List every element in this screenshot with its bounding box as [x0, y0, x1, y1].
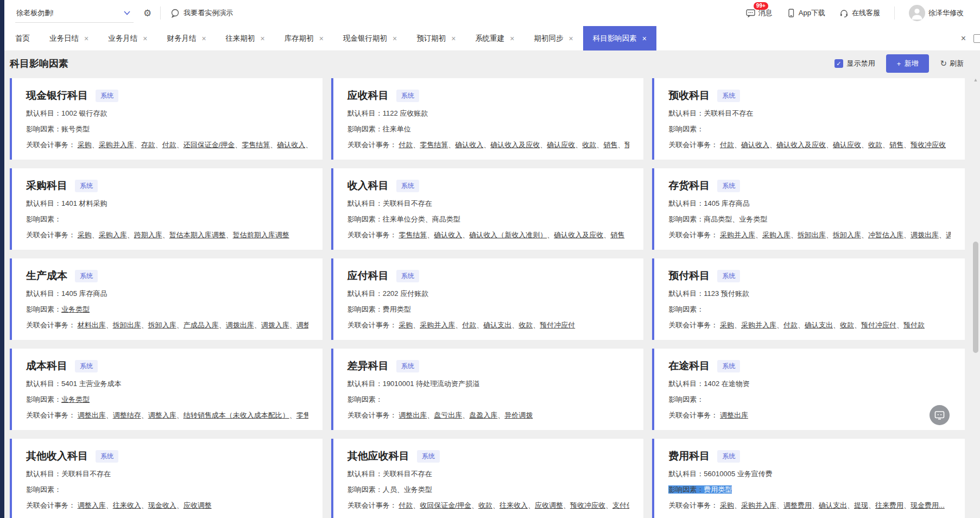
transaction-link[interactable]: 零售结算	[242, 141, 270, 149]
transaction-link[interactable]: 采购并入库	[720, 231, 755, 239]
tab-close-icon[interactable]: ×	[261, 35, 265, 42]
refresh-button[interactable]: ↻ 刷新	[940, 59, 964, 68]
tab-close-icon[interactable]: ×	[319, 35, 324, 42]
transaction-link[interactable]: 调拨出库	[226, 321, 254, 329]
transaction-link[interactable]: 付款	[462, 321, 476, 329]
tab-close-icon[interactable]: ×	[143, 35, 147, 42]
transaction-link[interactable]: 预付冲应付	[540, 321, 575, 329]
tab-close-icon[interactable]: ×	[642, 35, 647, 42]
transaction-link[interactable]: 现金费用...	[911, 501, 945, 509]
transaction-link[interactable]: 盘亏出库	[434, 411, 462, 419]
transaction-link[interactable]: 结转销售成本（未收入成本配比）	[184, 411, 289, 419]
transaction-link[interactable]: 暂估前期入库调整	[233, 231, 289, 239]
transaction-link[interactable]: 付款	[783, 321, 798, 329]
factor-value[interactable]: 业务类型	[61, 305, 90, 313]
transaction-link[interactable]: 采购	[399, 321, 413, 329]
transaction-link[interactable]: 跨期入库	[134, 231, 162, 239]
transaction-link[interactable]: 收款	[519, 321, 533, 329]
tab-3[interactable]: 财务月结 ×	[157, 26, 216, 50]
transaction-link[interactable]: 采购并入库	[741, 321, 776, 329]
transaction-link[interactable]: 销售	[610, 231, 624, 239]
transaction-link[interactable]: 预付冲应付	[861, 321, 896, 329]
close-tabs-icon[interactable]: ×	[961, 34, 966, 43]
transaction-link[interactable]: 采购入库	[762, 231, 791, 239]
transaction-link[interactable]: 应收调整	[184, 501, 212, 509]
tab-close-icon[interactable]: ×	[510, 35, 514, 42]
transaction-link[interactable]: 确认应收	[547, 141, 575, 149]
transaction-link[interactable]: 收款	[868, 141, 882, 149]
tab-6[interactable]: 现金银行期初 ×	[333, 26, 407, 50]
transaction-link[interactable]: 拆卸出库	[113, 321, 141, 329]
tab-5[interactable]: 库存期初 ×	[275, 26, 333, 50]
transaction-link[interactable]: 采购并入库	[420, 321, 455, 329]
tab-close-icon[interactable]: ×	[201, 35, 206, 42]
transaction-link[interactable]: 预收冲...	[624, 141, 629, 149]
add-button[interactable]: + 新增	[886, 54, 930, 73]
app-download-button[interactable]: App下载	[787, 8, 825, 18]
transaction-link[interactable]: 采购	[720, 501, 734, 509]
transaction-link[interactable]: 采购	[78, 141, 92, 149]
floating-assistant-button[interactable]	[930, 405, 950, 425]
transaction-link[interactable]: 调拨入库	[261, 321, 289, 329]
company-selector[interactable]: 徐老板勿删!	[15, 4, 134, 23]
factor-value[interactable]: 业务类型	[61, 395, 90, 403]
tab-home[interactable]: 首页	[5, 26, 40, 50]
transaction-link[interactable]: 冲暂估入库	[868, 231, 903, 239]
transaction-link[interactable]: 确认收入	[277, 141, 305, 149]
transaction-link[interactable]: 付款	[720, 141, 734, 149]
tab-9[interactable]: 期初同步 ×	[524, 26, 583, 50]
scroll-up-arrow[interactable]: ▲	[972, 76, 979, 84]
transaction-link[interactable]: 调整费用	[783, 501, 812, 509]
transaction-link[interactable]: 确认收入	[455, 141, 483, 149]
transaction-link[interactable]: 收回保证金/押金	[420, 501, 471, 509]
transaction-link[interactable]: 采购	[720, 321, 734, 329]
transaction-link[interactable]: 调拨入...	[946, 231, 951, 239]
transaction-link[interactable]: 采购并入库	[99, 141, 134, 149]
transaction-link[interactable]: 预收冲应收	[911, 141, 946, 149]
transaction-link[interactable]: 拆卸入库	[833, 231, 861, 239]
tab-options-icon[interactable]	[973, 34, 980, 43]
scrollbar-thumb[interactable]	[973, 242, 978, 353]
transaction-link[interactable]: 确认支出	[819, 501, 847, 509]
online-service-button[interactable]: 在线客服	[839, 8, 880, 18]
transaction-link[interactable]: 预收冲应收	[570, 501, 605, 509]
transaction-link[interactable]: 盘盈入库	[469, 411, 497, 419]
tab-7[interactable]: 预订期初 ×	[407, 26, 465, 50]
transaction-link[interactable]: 调整出库	[399, 411, 427, 419]
transaction-link[interactable]: 采购入库	[99, 231, 127, 239]
user-menu[interactable]: 徐泽华修改	[909, 5, 964, 21]
transaction-link[interactable]: 确认收入及应收	[490, 141, 540, 149]
transaction-link[interactable]: 暂估本期入库调整	[169, 231, 226, 239]
tab-close-icon[interactable]: ×	[451, 35, 456, 42]
transaction-link[interactable]: 产成品入库	[184, 321, 219, 329]
transaction-link[interactable]: 确认收入	[434, 231, 462, 239]
transaction-link[interactable]: 提现	[854, 501, 868, 509]
tab-close-icon[interactable]: ×	[84, 35, 88, 42]
show-disabled-checkbox[interactable]: ✓ 显示禁用	[834, 59, 875, 68]
tab-close-icon[interactable]: ×	[569, 35, 573, 42]
transaction-link[interactable]: 收款	[478, 501, 492, 509]
transaction-link[interactable]: 调整出库	[720, 411, 748, 419]
transaction-link[interactable]: 确认应收	[833, 141, 861, 149]
tab-4[interactable]: 往来期初 ×	[216, 26, 275, 50]
transaction-link[interactable]: 销售	[889, 141, 903, 149]
transaction-link[interactable]: 采购	[78, 231, 92, 239]
transaction-link[interactable]: 异价调拨	[504, 411, 533, 419]
transaction-link[interactable]: 调整出库...	[296, 321, 308, 329]
transaction-link[interactable]: 现金收入	[148, 501, 176, 509]
tab-close-icon[interactable]: ×	[393, 35, 397, 42]
transaction-link[interactable]: 收款	[582, 141, 596, 149]
transaction-link[interactable]: 调整出库	[78, 411, 106, 419]
gear-icon[interactable]: ⚙	[143, 8, 151, 19]
transaction-link[interactable]: 预付款	[903, 321, 925, 329]
transaction-link[interactable]: 调拨出库	[911, 231, 939, 239]
transaction-link[interactable]: 确认收入及应收	[776, 141, 826, 149]
transaction-link[interactable]: 材料出库	[78, 321, 106, 329]
transaction-link[interactable]: 确认收入（新收入准则）	[469, 231, 547, 239]
tab-8[interactable]: 系统重建 ×	[465, 26, 524, 50]
transaction-link[interactable]: 调整入库	[78, 501, 106, 509]
transaction-link[interactable]: 付款	[162, 141, 176, 149]
demo-link[interactable]: 我要看实例演示	[170, 8, 233, 18]
transaction-link[interactable]: 调整入库	[148, 411, 176, 419]
transaction-link[interactable]: 支付保证金...	[612, 501, 629, 509]
